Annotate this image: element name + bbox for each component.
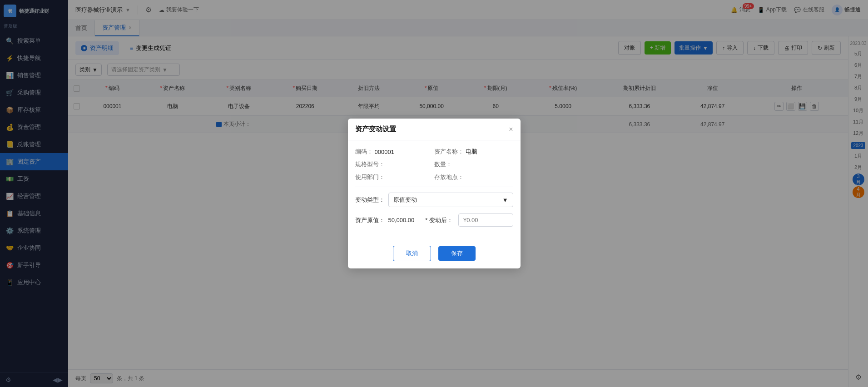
change-type-select[interactable]: 原值变动 ▼ [388,193,513,207]
modal-spec: 规格型号： [355,160,434,169]
modal-header: 资产变动设置 × [348,119,521,140]
modal-title: 资产变动设置 [355,125,396,134]
modal-code: 编码： 000001 [355,148,434,156]
modal-divider [355,187,513,187]
cancel-button[interactable]: 取消 [393,246,431,261]
chevron-down-icon: ▼ [502,197,508,203]
modal-location: 存放地点： [434,173,513,181]
modal-body: 编码： 000001 资产名称： 电脑 规格型号： 数量： 使用部门： [348,140,521,240]
modal-info-grid: 编码： 000001 资产名称： 电脑 规格型号： 数量： 使用部门： [355,148,513,181]
modal-asset-name: 资产名称： 电脑 [434,148,513,156]
after-label: * 变动后： [425,216,453,224]
modal-footer: 取消 保存 [348,240,521,268]
save-button[interactable]: 保存 [438,246,476,261]
modal-quantity: 数量： [434,160,513,169]
modal-dept: 使用部门： [355,173,434,181]
asset-change-modal: 资产变动设置 × 编码： 000001 资产名称： 电脑 规格型号： 数量： [348,119,521,268]
modal-overlay: 资产变动设置 × 编码： 000001 资产名称： 电脑 规格型号： 数量： [0,0,868,387]
original-value-field: 资产原值： 50,000.00 * 变动后： [355,213,513,227]
modal-close-button[interactable]: × [509,125,513,134]
change-type-field: 变动类型： 原值变动 ▼ [355,193,513,207]
after-value-input[interactable] [458,213,513,227]
